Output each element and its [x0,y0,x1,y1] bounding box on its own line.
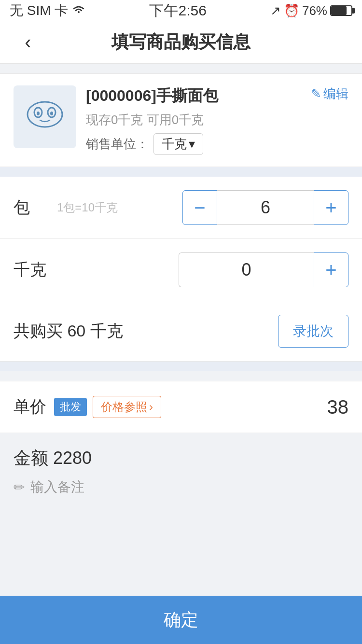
back-button[interactable]: ‹ [14,28,42,57]
product-stock: 现存0千克 可用0千克 [86,112,348,128]
product-image [14,85,76,148]
kg-input-row: 千克 + [0,239,362,301]
unit-label: 销售单位： [86,136,149,153]
section-divider-2 [0,362,362,371]
status-right: ↗ ⏰ 76% [270,3,352,18]
section-divider-1 [0,167,362,177]
price-section: 单价 批发 价格参照 › 38 [0,381,362,433]
amount-label: 金额 [14,448,48,468]
svg-point-4 [50,112,53,115]
battery-icon [330,5,352,16]
nav-bar: ‹ 填写商品购买信息 [0,21,362,64]
edit-button[interactable]: ✎ 编辑 [311,85,348,102]
quantity-section: 包 1包=10千克 − + 千克 + [0,177,362,301]
batch-button[interactable]: 录批次 [278,315,348,348]
bag-quantity-input[interactable] [217,190,314,225]
product-card: [0000006]手撕面包 ✎ 编辑 现存0千克 可用0千克 销售单位： 千克 … [0,73,362,167]
kg-input-controls: + [179,252,348,287]
page-title: 填写商品购买信息 [111,30,251,54]
kg-label: 千克 [14,259,52,281]
svg-point-0 [28,102,62,127]
pencil-icon: ✏ [14,479,25,495]
tag-batch: 批发 [54,398,87,416]
wifi-icon [72,3,85,18]
confirm-bar[interactable]: 确定 [0,596,362,644]
svg-point-3 [37,112,40,115]
product-header: [0000006]手撕面包 ✎ 编辑 [86,85,348,107]
remark-placeholder: 输入备注 [30,478,84,496]
bag-label: 包 [14,196,52,219]
edit-label: 编辑 [323,85,348,102]
unit-select[interactable]: 千克 ▾ [153,133,203,155]
location-icon: ↗ [270,3,281,18]
price-ref-label: 价格参照 [101,399,147,415]
price-value: 38 [327,396,349,418]
kg-quantity-input[interactable] [179,252,314,287]
bag-hint: 1包=10千克 [57,200,182,215]
amount-row: 金额 2280 [14,447,348,470]
bag-decrement-button[interactable]: − [182,190,217,225]
bag-input-row: 包 1包=10千克 − + [0,177,362,239]
product-info: [0000006]手撕面包 ✎ 编辑 现存0千克 可用0千克 销售单位： 千克 … [86,85,348,155]
carrier-label: 无 SIM 卡 [10,1,68,20]
bag-increment-button[interactable]: + [314,190,348,225]
product-name: [0000006]手撕面包 [86,85,311,107]
bag-input-controls: − + [182,190,348,225]
remark-row[interactable]: ✏ 输入备注 [14,478,348,496]
status-time: 下午2:56 [149,1,206,21]
amount-number: 2280 [53,448,92,468]
status-left: 无 SIM 卡 [10,1,85,20]
unit-dropdown-icon: ▾ [189,137,195,152]
total-row: 共购买 60 千克 录批次 [0,301,362,362]
price-ref-icon: › [149,400,153,414]
amount-section: 金额 2280 ✏ 输入备注 [0,433,362,510]
product-unit: 销售单位： 千克 ▾ [86,133,348,155]
unit-value: 千克 [162,136,187,153]
price-label: 单价 [14,396,46,418]
price-row: 单价 批发 价格参照 › 38 [0,381,362,433]
price-ref-button[interactable]: 价格参照 › [93,396,161,418]
battery-percent: 76% [302,3,327,18]
status-bar: 无 SIM 卡 下午2:56 ↗ ⏰ 76% [0,0,362,21]
alarm-icon: ⏰ [284,3,299,18]
confirm-button-label: 确定 [164,608,198,632]
kg-increment-button[interactable]: + [314,252,348,287]
product-logo-icon [26,100,64,134]
edit-icon: ✎ [311,86,321,101]
total-label: 共购买 60 千克 [14,320,123,342]
